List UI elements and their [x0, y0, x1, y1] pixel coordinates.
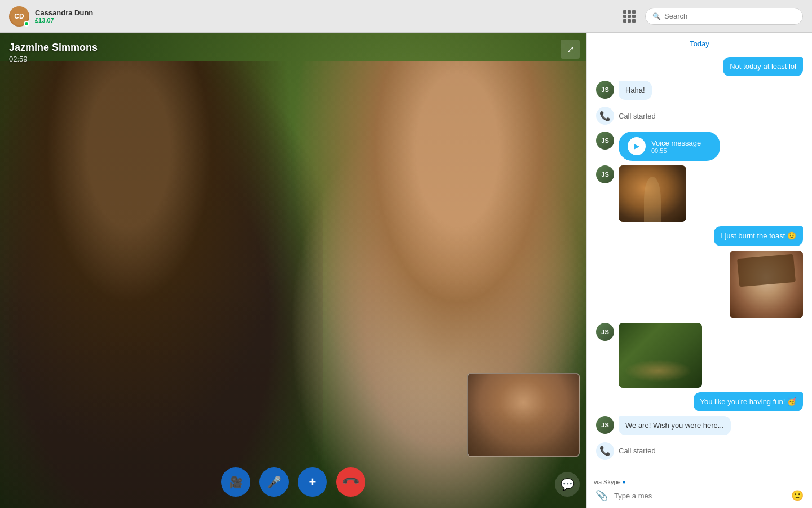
photo-thumbnail[interactable] — [730, 251, 803, 318]
input-row: 📎 🙂 — [594, 488, 805, 503]
search-icon: 🔍 — [652, 12, 661, 20]
voice-message-title: Voice message — [651, 139, 701, 147]
voice-message-duration: 00:55 — [651, 147, 701, 154]
contact-avatar: JS — [596, 132, 614, 150]
emoji-button[interactable]: 🙂 — [789, 488, 805, 503]
contact-avatar: JS — [596, 323, 614, 341]
camera-icon: 🎥 — [229, 475, 243, 489]
play-button[interactable]: ▶ — [628, 137, 646, 155]
chat-input-area: via Skype ♥ 📎 🙂 — [587, 474, 812, 508]
message-row: You like you're having fun! 🥳 — [596, 392, 803, 411]
search-input[interactable] — [664, 12, 796, 20]
grid-icon — [623, 10, 636, 23]
video-area: Jazmine Simmons 02:59 ⤢ 🎥 🎤 — [0, 33, 586, 508]
chat-messages[interactable]: Not today at least lol JS Haha! 📞 Call s… — [587, 52, 812, 474]
call-started-row: 📞 Call started — [596, 440, 803, 462]
via-skype-label: via Skype ♥ — [594, 479, 805, 485]
message-bubble: Not today at least lol — [723, 57, 803, 76]
phone-icon: 📞 — [596, 442, 614, 460]
call-started-text: Call started — [619, 446, 656, 455]
message-row: JS — [596, 165, 803, 222]
message-row — [596, 251, 803, 318]
mute-button[interactable]: 🎤 — [259, 467, 289, 497]
user-avatar-wrap: CD — [9, 6, 29, 27]
expand-button[interactable]: ⤢ — [561, 40, 580, 59]
main-content: Jazmine Simmons 02:59 ⤢ 🎥 🎤 — [0, 33, 812, 508]
message-bubble: We are! Wish you were here... — [619, 416, 731, 435]
skype-heart-icon: ♥ — [623, 479, 626, 485]
self-view-pip — [467, 373, 580, 457]
add-icon: + — [309, 475, 316, 489]
photo-thumbnail[interactable] — [619, 165, 686, 222]
user-name: Cassandra Dunn — [35, 8, 93, 17]
search-box[interactable]: 🔍 — [645, 8, 803, 25]
voice-info: Voice message 00:55 — [651, 139, 701, 154]
attach-button[interactable]: 📎 — [594, 488, 610, 503]
photo-thumbnail[interactable] — [619, 323, 702, 388]
chat-icon: 💬 — [561, 478, 575, 491]
contact-avatar: JS — [596, 81, 614, 99]
call-started-text: Call started — [619, 112, 656, 120]
message-input[interactable] — [614, 492, 785, 500]
voice-message-bubble[interactable]: ▶ Voice message 00:55 — [619, 132, 720, 161]
message-bubble: I just burnt the toast 😟 — [714, 226, 803, 246]
message-row: JS ▶ Voice message 00:55 — [596, 132, 803, 161]
message-bubble: You like you're having fun! 🥳 — [694, 392, 804, 411]
call-controls: 🎥 🎤 + 📞 💬 — [0, 467, 586, 497]
caller-name-overlay: Jazmine Simmons 02:59 — [9, 42, 98, 63]
topbar-right: 🔍 — [620, 7, 803, 25]
main-video: Jazmine Simmons 02:59 ⤢ 🎥 🎤 — [0, 33, 586, 508]
user-info: Cassandra Dunn £13.07 — [35, 8, 93, 24]
caller-name: Jazmine Simmons — [9, 42, 98, 54]
chat-date-header: Today — [587, 33, 812, 52]
message-row: JS Haha! — [596, 81, 803, 100]
phone-icon: 📞 — [596, 107, 614, 125]
chat-toggle-button[interactable]: 💬 — [555, 472, 580, 497]
message-bubble: Haha! — [619, 81, 652, 100]
message-row: JS — [596, 323, 803, 388]
contact-avatar: JS — [596, 165, 614, 183]
hangup-icon: 📞 — [341, 472, 361, 492]
hangup-button[interactable]: 📞 — [336, 467, 365, 497]
chat-panel: Today Not today at least lol JS Haha! 📞 … — [586, 33, 812, 508]
add-participant-button[interactable]: + — [298, 467, 327, 497]
self-view-background — [468, 374, 579, 456]
call-started-row: 📞 Call started — [596, 104, 803, 127]
camera-button[interactable]: 🎥 — [221, 467, 250, 497]
online-status-dot — [24, 21, 29, 27]
contact-avatar: JS — [596, 416, 614, 434]
message-row: JS We are! Wish you were here... — [596, 416, 803, 435]
grid-menu-button[interactable] — [620, 7, 638, 25]
mute-icon: 🎤 — [267, 475, 281, 489]
topbar: CD Cassandra Dunn £13.07 🔍 — [0, 0, 812, 33]
call-timer: 02:59 — [9, 55, 98, 63]
message-row: I just burnt the toast 😟 — [596, 226, 803, 246]
message-row: Not today at least lol — [596, 57, 803, 76]
user-credit: £13.07 — [35, 17, 93, 24]
